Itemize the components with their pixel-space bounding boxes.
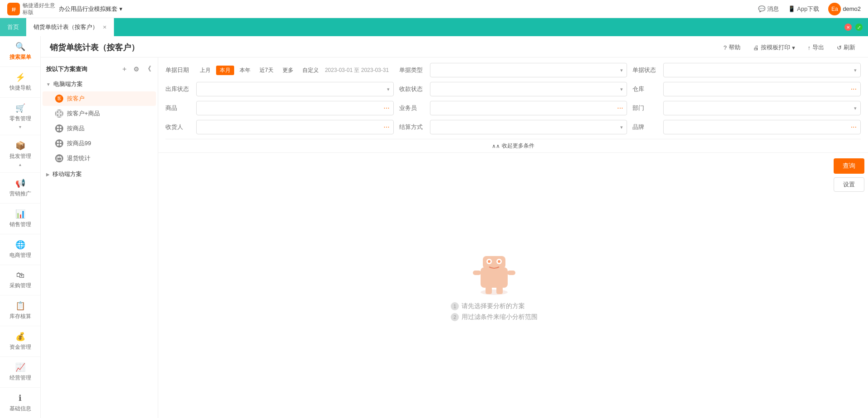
- dept-select[interactable]: ▾: [663, 101, 861, 115]
- date-pill-custom[interactable]: 自定义: [299, 66, 322, 75]
- template-print-button[interactable]: 🖨 按模板打印 ▾: [750, 42, 799, 53]
- date-pill-this-month[interactable]: 本月: [216, 66, 234, 75]
- svg-rect-14: [57, 157, 61, 160]
- warehouse-select[interactable]: ···: [663, 82, 861, 96]
- recipient-dots-icon[interactable]: ···: [383, 123, 389, 131]
- date-pill-last-month[interactable]: 上月: [196, 66, 214, 75]
- collapse-scheme-button[interactable]: 《: [143, 65, 152, 74]
- scheme-group-mobile: ▶ 移动端方案: [41, 167, 158, 181]
- by-customer-product-icon: [55, 109, 63, 118]
- help-icon: ?: [723, 44, 726, 51]
- tab-home[interactable]: 首页: [0, 18, 26, 36]
- sales-icon: 📊: [15, 209, 25, 219]
- logo-icon: 好: [7, 3, 20, 15]
- payment-status-select[interactable]: ▾: [430, 82, 627, 96]
- sidebar-item-inventory[interactable]: 📋 库存核算: [0, 295, 40, 326]
- date-pill-7days[interactable]: 近7天: [256, 66, 277, 75]
- recipient-select[interactable]: ···: [196, 120, 394, 134]
- settings-scheme-button[interactable]: ⚙: [132, 65, 141, 74]
- scheme-item-by-product[interactable]: 按商品: [42, 121, 156, 136]
- app-download-button[interactable]: 📱 App下载: [788, 5, 819, 13]
- tab-close-icon[interactable]: ✕: [103, 24, 107, 30]
- date-pill-this-year[interactable]: 本年: [236, 66, 254, 75]
- help-button[interactable]: ? 帮助: [720, 42, 744, 53]
- scheme-header-actions: ＋ ⚙ 《: [120, 65, 152, 74]
- order-type-select[interactable]: ▾: [430, 63, 627, 77]
- scheme-group-mobile-header[interactable]: ▶ 移动端方案: [41, 167, 158, 181]
- empty-hint-2: 2 用过滤条件来缩小分析范围: [451, 313, 538, 321]
- brand-select[interactable]: ···: [663, 120, 861, 134]
- filter-salesperson-cell: 业务员 ···: [399, 101, 627, 115]
- svg-rect-6: [57, 126, 59, 128]
- svg-rect-27: [507, 271, 515, 275]
- scheme-item-by-product-99[interactable]: 按商品99: [42, 136, 156, 151]
- scheme-title: 按以下方案查询: [46, 65, 87, 73]
- filter-scheme-area: 按以下方案查询 ＋ ⚙ 《 ▼ 电脑端方案: [41, 57, 868, 418]
- app-selector[interactable]: 办公用品行业模拟账套 ▾: [59, 5, 123, 13]
- hint-2-num: 2: [451, 313, 459, 321]
- scheme-group-desktop-header[interactable]: ▼ 电脑端方案: [41, 77, 158, 91]
- order-type-label: 单据类型: [399, 66, 426, 74]
- sidebar-item-wholesale[interactable]: 📦 批发管理 ▴: [0, 135, 40, 173]
- sidebar-item-quick-nav[interactable]: ⚡ 快捷导航: [0, 67, 40, 98]
- salesperson-dots-icon[interactable]: ···: [617, 104, 623, 112]
- query-button[interactable]: 查询: [834, 158, 864, 174]
- tab-sales-stat[interactable]: 销货单统计表（按客户） ✕: [26, 18, 114, 36]
- sidebar-item-search-menu[interactable]: 🔍 搜索菜单: [0, 36, 40, 67]
- filter-payment-status-cell: 收款状态 ▾: [399, 82, 627, 96]
- filter-results-area: 单据日期 上月 本月 本年 近7天 更多 自定义: [158, 57, 868, 418]
- results-area: 1 请先选择要分析的方案 2 用过滤条件来缩小分析范围: [158, 153, 868, 418]
- add-scheme-button[interactable]: ＋: [120, 65, 129, 74]
- export-button[interactable]: ↑ 导出: [804, 42, 828, 53]
- sidebar-item-retail[interactable]: 🛒 零售管理 ▾: [0, 98, 40, 135]
- sidebar: 🔍 搜索菜单 ⚡ 快捷导航 🛒 零售管理 ▾ 📦 批发管理 ▴ 📢 营销推广: [0, 36, 41, 418]
- empty-state: 1 请先选择要分析的方案 2 用过滤条件来缩小分析范围: [158, 153, 830, 418]
- window-expand-button[interactable]: ⤢: [855, 24, 863, 31]
- sidebar-item-finance[interactable]: 💰 资金管理: [0, 326, 40, 357]
- collapse-bar[interactable]: ∧∧ 收起更多条件: [165, 139, 861, 152]
- scheme-item-return-stat[interactable]: 退货统计: [42, 151, 156, 166]
- warehouse-dots-icon[interactable]: ···: [851, 85, 857, 93]
- user-profile[interactable]: Ea demo2: [828, 3, 861, 15]
- sidebar-item-operations[interactable]: 📈 经营管理: [0, 357, 40, 388]
- brand-dots-icon[interactable]: ···: [851, 123, 857, 131]
- refresh-button[interactable]: ↺ 刷新: [833, 42, 859, 53]
- sidebar-item-basic-info[interactable]: ℹ 基础信息: [0, 388, 40, 418]
- scheme-group-desktop: ▼ 电脑端方案 客 按客户 按客户+商品: [41, 77, 158, 166]
- out-status-arrow-icon: ▾: [387, 86, 390, 92]
- sidebar-item-purchase[interactable]: 🛍 采购管理: [0, 265, 40, 295]
- message-button[interactable]: 💬 消息: [758, 5, 779, 13]
- page-actions: ? 帮助 🖨 按模板打印 ▾ ↑ 导出 ↺ 刷新: [720, 42, 859, 53]
- svg-rect-3: [60, 111, 62, 113]
- tab-bar: 首页 销货单统计表（按客户） ✕ ✕ ⤢: [0, 18, 868, 36]
- marketing-icon: 📢: [15, 178, 25, 188]
- window-close-button[interactable]: ✕: [844, 24, 852, 31]
- ecommerce-icon: 🌐: [15, 240, 25, 250]
- hint-2-text: 用过滤条件来缩小分析范围: [462, 313, 538, 321]
- avatar: Ea: [828, 3, 841, 15]
- scheme-item-by-customer[interactable]: 客 按客户: [42, 91, 156, 106]
- sidebar-item-marketing[interactable]: 📢 营销推广: [0, 173, 40, 204]
- settings-button[interactable]: 设置: [834, 177, 864, 192]
- chevron-down-icon: ▾: [119, 5, 123, 12]
- warehouse-label: 仓库: [632, 85, 660, 93]
- search-menu-icon: 🔍: [15, 42, 25, 52]
- out-status-select[interactable]: ▾: [196, 82, 394, 96]
- sidebar-item-ecommerce[interactable]: 🌐 电商管理: [0, 234, 40, 265]
- scheme-item-by-customer-product[interactable]: 按客户+商品: [42, 106, 156, 121]
- product-dots-icon[interactable]: ···: [383, 104, 389, 112]
- toggle-icon-desktop: ▼: [46, 82, 51, 87]
- salesperson-select[interactable]: ···: [430, 101, 627, 115]
- brand-label: 品牌: [632, 123, 660, 131]
- toggle-icon-mobile: ▶: [46, 172, 50, 177]
- by-product-icon: [55, 124, 63, 133]
- dept-arrow-icon: ▾: [854, 105, 857, 111]
- sidebar-item-sales[interactable]: 📊 销售管理: [0, 204, 40, 234]
- product-select[interactable]: ···: [196, 101, 394, 115]
- date-pill-more[interactable]: 更多: [279, 66, 297, 75]
- settle-arrow-icon: ▾: [620, 124, 623, 130]
- top-header: 好 畅捷通好生意 标版 办公用品行业模拟账套 ▾ 💬 消息 📱 App下载: [0, 0, 868, 18]
- home-tab-label: 首页: [7, 23, 19, 31]
- order-status-select[interactable]: ▾: [663, 63, 861, 77]
- settle-select[interactable]: ▾: [430, 120, 627, 134]
